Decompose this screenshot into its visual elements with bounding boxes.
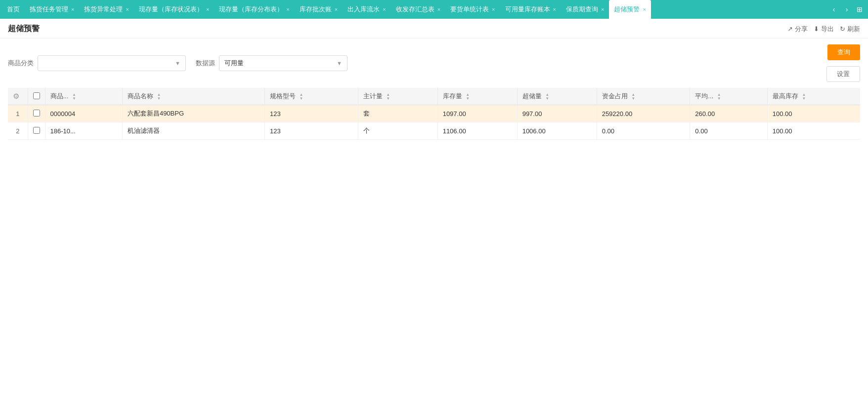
datasource-label: 数据源 xyxy=(196,59,215,68)
datasource-value: 可用量 xyxy=(224,59,244,68)
nav-item-10[interactable]: 保质期查询 × xyxy=(561,0,609,19)
query-button[interactable]: 查询 xyxy=(827,44,860,60)
nav-next-arrow[interactable]: › xyxy=(840,0,853,19)
category-filter-group: 商品分类 ▼ xyxy=(8,55,186,71)
sort-icon-avg: ▲▼ xyxy=(717,93,721,101)
nav-label-8: 要货单统计表 xyxy=(450,5,489,14)
row-maxstock-1: 100.00 xyxy=(767,122,860,140)
select-all-checkbox[interactable] xyxy=(33,92,40,99)
nav-item-4[interactable]: 现存量（库存分布表） × xyxy=(214,0,294,19)
close-icon-5[interactable]: × xyxy=(335,6,338,12)
row-stock-0: 1097.00 xyxy=(437,105,517,122)
row-avg-1: 0.00 xyxy=(690,122,767,140)
nav-label-9: 可用量库存账本 xyxy=(505,5,550,14)
nav-item-1[interactable]: 拣货任务管理 × xyxy=(25,0,79,19)
row-select-0[interactable] xyxy=(33,110,40,117)
category-label: 商品分类 xyxy=(8,59,34,68)
nav-label-10: 保质期查询 xyxy=(566,5,598,14)
col-product-name[interactable]: 商品名称 ▲▼ xyxy=(122,88,264,105)
category-select[interactable]: ▼ xyxy=(38,55,186,71)
sort-icon-code: ▲▼ xyxy=(72,93,76,101)
nav-label-2: 拣货异常处理 xyxy=(84,5,123,14)
table-row: 2 186-10... 机油滤清器 123 个 1106.00 1006.00 … xyxy=(8,122,860,140)
nav-item-5[interactable]: 库存批次账 × xyxy=(295,0,343,19)
row-name-0: 六配套新昌490BPG xyxy=(122,105,264,122)
col-gear[interactable]: ⚙ xyxy=(8,88,28,105)
page-header: 超储预警 ↗ 分享 ⬇ 导出 ↻ 刷新 xyxy=(0,19,868,39)
settings-button[interactable]: 设置 xyxy=(826,66,860,82)
export-label: 导出 xyxy=(821,25,834,34)
close-icon-10[interactable]: × xyxy=(601,6,604,12)
chevron-down-icon: ▼ xyxy=(175,60,180,66)
share-icon: ↗ xyxy=(787,25,793,33)
row-spec-1: 123 xyxy=(264,122,358,140)
close-icon-8[interactable]: × xyxy=(492,6,495,12)
row-select-1[interactable] xyxy=(33,127,40,134)
datasource-select[interactable]: 可用量 ▼ xyxy=(219,55,347,71)
gear-icon[interactable]: ⚙ xyxy=(13,92,19,100)
row-code-0: 0000004 xyxy=(45,105,122,122)
table-container: ⚙ 商品... ▲▼ 商品名称 ▲▼ 规格型号 ▲▼ 主计 xyxy=(0,88,868,140)
col-product-code[interactable]: 商品... ▲▼ xyxy=(45,88,122,105)
export-icon: ⬇ xyxy=(814,25,819,33)
row-num-0: 1 xyxy=(8,105,28,122)
nav-label-3: 现存量（库存状况表） xyxy=(139,5,203,14)
col-spec[interactable]: 规格型号 ▲▼ xyxy=(264,88,358,105)
header-actions: ↗ 分享 ⬇ 导出 ↻ 刷新 xyxy=(787,25,860,34)
row-spec-0: 123 xyxy=(264,105,358,122)
nav-label-6: 出入库流水 xyxy=(347,5,380,14)
close-icon-2[interactable]: × xyxy=(126,6,129,12)
nav-item-3[interactable]: 现存量（库存状况表） × xyxy=(134,0,214,19)
close-icon-7[interactable]: × xyxy=(437,6,440,12)
refresh-button[interactable]: ↻ 刷新 xyxy=(840,25,860,34)
close-icon-4[interactable]: × xyxy=(286,6,289,12)
nav-label-7: 收发存汇总表 xyxy=(396,5,434,14)
sort-icon-capital: ▲▼ xyxy=(631,93,635,101)
nav-item-9[interactable]: 可用量库存账本 × xyxy=(500,0,561,19)
row-num-1: 2 xyxy=(8,122,28,140)
col-max-stock[interactable]: 最高库存 ▲▼ xyxy=(767,88,860,105)
col-unit[interactable]: 主计量 ▲▼ xyxy=(358,88,437,105)
nav-item-6[interactable]: 出入库流水 × xyxy=(343,0,391,19)
nav-label-5: 库存批次账 xyxy=(300,5,332,14)
sort-icon-max: ▲▼ xyxy=(802,93,806,101)
nav-item-11[interactable]: 超储预警 × xyxy=(609,0,651,19)
row-maxstock-0: 100.00 xyxy=(767,105,860,122)
row-checkbox-1[interactable] xyxy=(28,122,45,140)
nav-item-2[interactable]: 拣货异常处理 × xyxy=(79,0,133,19)
row-overstock-1: 1006.00 xyxy=(517,122,597,140)
export-button[interactable]: ⬇ 导出 xyxy=(814,25,834,34)
sort-icon-spec: ▲▼ xyxy=(300,93,304,101)
nav-item-home[interactable]: 首页 xyxy=(2,0,25,19)
nav-item-7[interactable]: 收发存汇总表 × xyxy=(391,0,445,19)
close-icon-9[interactable]: × xyxy=(553,6,556,12)
sort-icon-overstock: ▲▼ xyxy=(545,93,549,101)
col-capital[interactable]: 资金占用 ▲▼ xyxy=(597,88,690,105)
nav-item-8[interactable]: 要货单统计表 × xyxy=(445,0,500,19)
nav-prev-arrow[interactable]: ‹ xyxy=(827,0,840,19)
nav-expand-arrow[interactable]: ⊞ xyxy=(853,0,866,19)
col-overstock[interactable]: 超储量 ▲▼ xyxy=(517,88,597,105)
row-stock-1: 1106.00 xyxy=(437,122,517,140)
col-avg[interactable]: 平均... ▲▼ xyxy=(690,88,767,105)
close-icon-1[interactable]: × xyxy=(71,6,74,12)
row-code-1: 186-10... xyxy=(45,122,122,140)
close-icon-11[interactable]: × xyxy=(643,6,646,12)
table-row: 1 0000004 六配套新昌490BPG 123 套 1097.00 997.… xyxy=(8,105,860,122)
share-label: 分享 xyxy=(795,25,808,34)
row-capital-0: 259220.00 xyxy=(597,105,690,122)
close-icon-3[interactable]: × xyxy=(206,6,209,12)
row-unit-1: 个 xyxy=(358,122,437,140)
refresh-icon: ↻ xyxy=(840,25,845,33)
sort-icon-stock: ▲▼ xyxy=(466,93,470,101)
row-capital-1: 0.00 xyxy=(597,122,690,140)
nav-bar: 首页 拣货任务管理 × 拣货异常处理 × 现存量（库存状况表） × 现存量（库存… xyxy=(0,0,868,19)
nav-label-11: 超储预警 xyxy=(614,5,640,14)
row-overstock-0: 997.00 xyxy=(517,105,597,122)
col-checkbox xyxy=(28,88,45,105)
row-checkbox-0[interactable] xyxy=(28,105,45,122)
col-stock[interactable]: 库存量 ▲▼ xyxy=(437,88,517,105)
share-button[interactable]: ↗ 分享 xyxy=(787,25,808,34)
close-icon-6[interactable]: × xyxy=(383,6,386,12)
nav-label-1: 拣货任务管理 xyxy=(30,5,68,14)
